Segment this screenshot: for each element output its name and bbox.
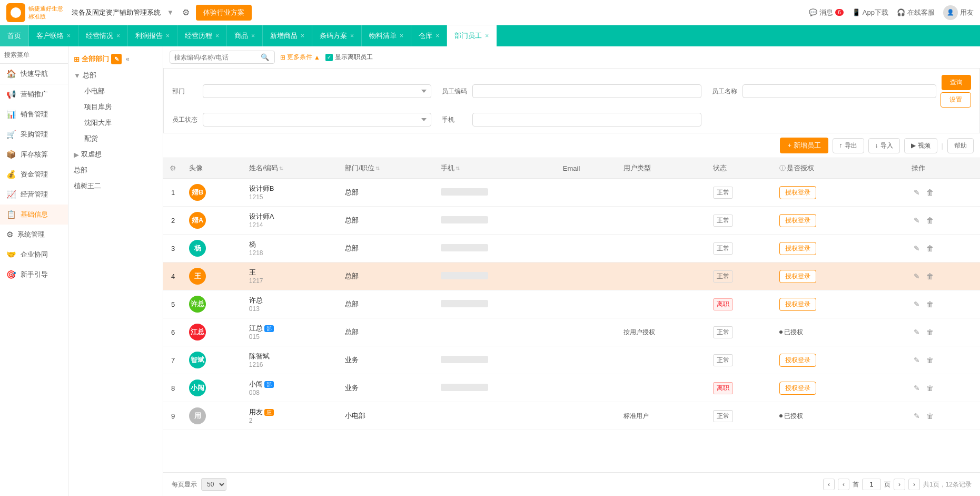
edit-button[interactable]: ✎: [912, 411, 922, 421]
sidebar-item-system[interactable]: ⚙系统管理: [0, 225, 68, 245]
set-button[interactable]: 设置: [941, 92, 971, 108]
dept-item-zongbu2[interactable]: 总部: [68, 162, 163, 178]
help-button[interactable]: 帮助: [947, 138, 974, 153]
message-item[interactable]: 💬 消息 6: [809, 8, 844, 17]
filter-empcode-input[interactable]: [472, 84, 701, 98]
sidebar-item-inventory[interactable]: 📦库存核算: [0, 144, 68, 164]
filter-status-select[interactable]: [203, 113, 431, 127]
tab-history[interactable]: 经营历程×: [177, 25, 227, 46]
tab-profit-close[interactable]: ×: [166, 32, 170, 40]
tab-barcode-close[interactable]: ×: [350, 32, 354, 40]
dept-all[interactable]: ⊞ 全部部门 ✎ «: [68, 51, 163, 67]
first-page-btn[interactable]: ‹: [823, 479, 835, 490]
tab-new-goods[interactable]: 新增商品×: [263, 25, 312, 46]
page-number-input[interactable]: [862, 479, 881, 490]
tab-barcode[interactable]: 条码方案×: [312, 25, 362, 46]
search-submit-icon[interactable]: 🔍: [261, 53, 269, 61]
delete-button[interactable]: 🗑: [924, 327, 936, 337]
delete-button[interactable]: 🗑: [924, 187, 936, 198]
auth-button[interactable]: 授权登录: [779, 382, 816, 395]
auth-button[interactable]: 授权登录: [779, 270, 816, 283]
filter-phone-input[interactable]: [472, 113, 701, 127]
dept-item-peihu[interactable]: 配货: [68, 131, 163, 147]
tab-warehouse[interactable]: 仓库×: [411, 25, 447, 46]
auth-button[interactable]: 授权登录: [779, 354, 816, 367]
edit-button[interactable]: ✎: [912, 271, 922, 281]
tab-customer[interactable]: 客户联络×: [29, 25, 78, 46]
delete-button[interactable]: 🗑: [924, 271, 936, 281]
delete-button[interactable]: 🗑: [924, 243, 936, 254]
sidebar-item-marketing[interactable]: 📢营销推广: [0, 84, 68, 104]
tab-goods-close[interactable]: ×: [251, 32, 255, 40]
show-resigned-checkbox[interactable]: ✓: [325, 54, 333, 61]
show-resigned-toggle[interactable]: ✓ 显示离职员工: [325, 53, 373, 62]
delete-button[interactable]: 🗑: [924, 299, 936, 309]
online-service-item[interactable]: 🎧 在线客服: [897, 8, 935, 17]
gear-button[interactable]: ⚙: [180, 5, 192, 20]
svg-point-0: [11, 7, 21, 18]
view-button[interactable]: ▶ 视频: [904, 138, 937, 153]
dept-collapse-icon[interactable]: «: [126, 55, 130, 63]
edit-button[interactable]: ✎: [912, 215, 922, 226]
auth-button[interactable]: 授权登录: [779, 242, 816, 255]
edit-button[interactable]: ✎: [912, 187, 922, 198]
filter-dept-select[interactable]: [203, 84, 431, 98]
dept-item-shenyang[interactable]: 沈阳大库: [68, 115, 163, 131]
tab-bom-close[interactable]: ×: [400, 32, 403, 40]
filter-empname-input[interactable]: [743, 84, 936, 98]
tab-operations-close[interactable]: ×: [116, 32, 120, 40]
sidebar-item-basic[interactable]: 📋基础信息: [0, 205, 68, 225]
tab-home[interactable]: 首页: [0, 25, 29, 46]
tab-profit[interactable]: 利润报告×: [128, 25, 177, 46]
tab-goods[interactable]: 商品×: [227, 25, 263, 46]
auth-button[interactable]: 授权登录: [779, 214, 816, 227]
user-item[interactable]: 👤 用友: [943, 5, 974, 20]
query-button[interactable]: 查询: [942, 75, 971, 90]
dept-item-zongbu-parent[interactable]: ▼ 总部: [68, 67, 163, 83]
sidebar-item-collab[interactable]: 🤝企业协同: [0, 245, 68, 265]
auth-button[interactable]: 授权登录: [779, 186, 816, 199]
export-button[interactable]: ↑ 导出: [833, 138, 864, 153]
edit-button[interactable]: ✎: [912, 327, 922, 337]
tab-operations[interactable]: 经营情况×: [78, 25, 128, 46]
sidebar-item-navigation[interactable]: 🏠快速导航: [0, 64, 68, 84]
tab-department-close[interactable]: ×: [485, 32, 489, 40]
sidebar-item-finance[interactable]: 💰资金管理: [0, 164, 68, 184]
sidebar-item-mgmt[interactable]: 📈经营管理: [0, 184, 68, 205]
edit-button[interactable]: ✎: [912, 243, 922, 254]
per-page-select[interactable]: 50: [201, 478, 226, 491]
dept-item-project[interactable]: 项目库房: [68, 99, 163, 115]
trial-button[interactable]: 体验行业方案: [196, 5, 252, 21]
auth-button[interactable]: 授权登录: [779, 298, 816, 311]
dept-item-xiaodian[interactable]: 小电部: [68, 83, 163, 99]
delete-button[interactable]: 🗑: [924, 215, 936, 226]
edit-button[interactable]: ✎: [912, 383, 922, 393]
app-download-item[interactable]: 📱 App下载: [852, 8, 888, 17]
tab-customer-close[interactable]: ×: [67, 32, 71, 40]
delete-button[interactable]: 🗑: [924, 383, 936, 393]
dept-item-shuang[interactable]: ▶ 双虐想: [68, 147, 163, 162]
settings-icon[interactable]: ⚙: [170, 164, 176, 172]
dept-edit-icon[interactable]: ✎: [111, 54, 122, 64]
more-filter-btn[interactable]: ⊞ 更多条件 ▲: [280, 53, 320, 62]
tab-warehouse-close[interactable]: ×: [435, 32, 439, 40]
dept-item-zhishu[interactable]: 植树王二: [68, 178, 163, 194]
tab-history-close[interactable]: ×: [215, 32, 219, 40]
last-page-btn[interactable]: ›: [908, 479, 920, 490]
delete-button[interactable]: 🗑: [924, 411, 936, 421]
sidebar-item-sales[interactable]: 📊销售管理: [0, 104, 68, 124]
row-extra: [874, 374, 905, 402]
add-employee-button[interactable]: + 新增员工: [780, 138, 828, 153]
sidebar-item-purchase[interactable]: 🛒采购管理: [0, 124, 68, 144]
sidebar-item-guide[interactable]: 🎯新手引导: [0, 265, 68, 285]
import-button[interactable]: ↓ 导入: [868, 138, 900, 153]
next-page-btn[interactable]: ›: [894, 479, 905, 490]
tab-bom[interactable]: 物料清单×: [362, 25, 411, 46]
search-input[interactable]: [174, 54, 259, 61]
delete-button[interactable]: 🗑: [924, 355, 936, 365]
tab-department[interactable]: 部门员工×: [447, 25, 497, 46]
edit-button[interactable]: ✎: [912, 355, 922, 365]
edit-button[interactable]: ✎: [912, 299, 922, 309]
tab-new-goods-close[interactable]: ×: [301, 32, 304, 40]
prev-page-btn[interactable]: ‹: [838, 479, 849, 490]
